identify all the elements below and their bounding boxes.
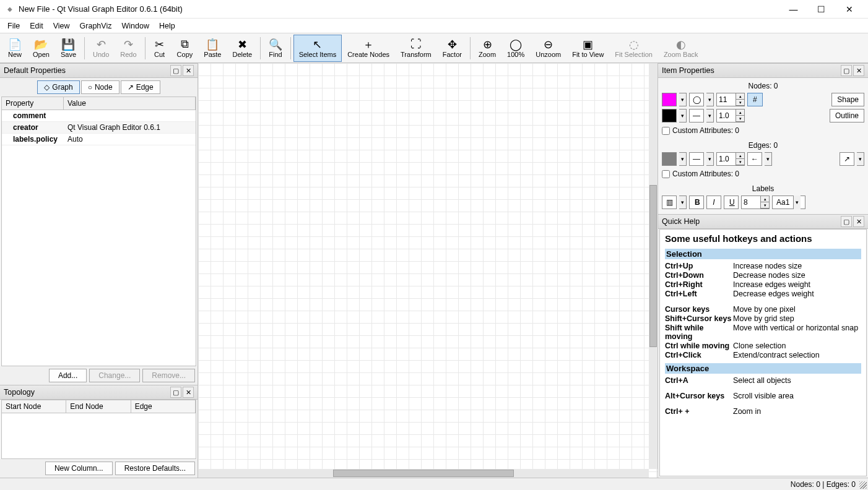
- item-properties-header[interactable]: Item Properties ▢ ✕: [658, 63, 868, 78]
- remove-button[interactable]: Remove...: [142, 369, 195, 382]
- spin-down-icon[interactable]: ▾: [736, 159, 744, 165]
- toolbar-zoom[interactable]: ⊕Zoom: [473, 35, 501, 62]
- quick-help-body[interactable]: Some useful hotkeys and actions Selectio…: [659, 229, 867, 476]
- resize-grip-icon[interactable]: [859, 481, 867, 489]
- float-icon[interactable]: ▢: [841, 216, 852, 227]
- topo-col-end-node[interactable]: End Node: [66, 400, 131, 413]
- edge-stroke-input[interactable]: ▴▾: [716, 152, 745, 166]
- vscroll-thumb[interactable]: [649, 185, 657, 347]
- toolbar-create-nodes[interactable]: ＋Create Nodes: [342, 35, 395, 62]
- close-button[interactable]: ✕: [835, 0, 863, 19]
- quick-help-header[interactable]: Quick Help ▢ ✕: [658, 214, 868, 229]
- toolbar-redo[interactable]: ↷Redo: [115, 35, 142, 62]
- dropdown-icon[interactable]: ▾: [706, 109, 714, 123]
- spin-up-icon[interactable]: ▴: [736, 110, 744, 116]
- property-row[interactable]: comment: [2, 110, 196, 122]
- label-size-input[interactable]: ▴▾: [741, 196, 770, 209]
- spin-up-icon[interactable]: ▴: [761, 196, 769, 202]
- topology-header[interactable]: Topology ▢ ✕: [0, 385, 197, 400]
- custom-attr-nodes-checkbox[interactable]: [662, 127, 670, 135]
- close-icon[interactable]: ✕: [853, 65, 864, 76]
- spin-down-icon[interactable]: ▾: [736, 100, 744, 106]
- dropdown-icon[interactable]: ▾: [706, 152, 714, 166]
- float-icon[interactable]: ▢: [170, 387, 181, 398]
- toolbar-fit[interactable]: ▣Fit to View: [566, 35, 609, 62]
- arrow-start-icon[interactable]: ←: [747, 152, 762, 166]
- spin-down-icon[interactable]: ▾: [761, 202, 769, 208]
- toolbar-cut[interactable]: ✂Cut: [148, 35, 171, 62]
- minimize-button[interactable]: —: [779, 0, 807, 19]
- tab-node[interactable]: ○Node: [81, 80, 119, 94]
- dropdown-icon[interactable]: ▾: [765, 152, 772, 166]
- restore-defaults-button[interactable]: Restore Defaults...: [115, 462, 195, 475]
- tab-graph[interactable]: ◇Graph: [37, 80, 79, 94]
- toolbar-zoom-back[interactable]: ◐Zoom Back: [658, 35, 704, 62]
- dropdown-icon[interactable]: ▾: [857, 152, 864, 166]
- spin-up-icon[interactable]: ▴: [736, 93, 744, 100]
- dropdown-icon[interactable]: ▾: [679, 196, 687, 209]
- arrow-end-icon[interactable]: ↗: [840, 152, 854, 166]
- toolbar-select-items[interactable]: ↖Select Items: [293, 35, 342, 62]
- edge-color-swatch[interactable]: [662, 152, 677, 166]
- node-fill-swatch[interactable]: [662, 93, 677, 106]
- property-row[interactable]: labels.policyAuto: [2, 134, 196, 145]
- custom-attr-edges-checkbox[interactable]: [662, 170, 670, 178]
- menu-edit[interactable]: Edit: [25, 20, 48, 32]
- menu-file[interactable]: File: [2, 20, 25, 32]
- property-row[interactable]: creatorQt Visual Graph Editor 0.6.1: [2, 122, 196, 134]
- spin-down-icon[interactable]: ▾: [736, 116, 744, 122]
- dropdown-icon[interactable]: ▾: [679, 109, 687, 123]
- default-properties-header[interactable]: Default Properties ▢ ✕: [0, 63, 197, 78]
- shape-button[interactable]: Shape: [831, 93, 864, 106]
- hscroll-thumb[interactable]: [333, 470, 513, 477]
- toolbar-zoom100[interactable]: ◯100%: [501, 35, 530, 62]
- toolbar-undo[interactable]: ↶Undo: [87, 35, 115, 62]
- change-button[interactable]: Change...: [89, 369, 140, 382]
- topo-col-start-node[interactable]: Start Node: [2, 400, 66, 413]
- menu-help[interactable]: Help: [154, 20, 180, 32]
- dropdown-icon[interactable]: ▾: [679, 93, 687, 106]
- toolbar-fit-sel[interactable]: ◌Fit Selection: [609, 35, 658, 62]
- float-icon[interactable]: ▢: [170, 65, 181, 76]
- tab-edge[interactable]: ↗Edge: [121, 80, 160, 94]
- toolbar-factor[interactable]: ✥Factor: [437, 35, 467, 62]
- col-property[interactable]: Property: [2, 97, 64, 110]
- dropdown-icon[interactable]: ▾: [679, 152, 687, 166]
- maximize-button[interactable]: ☐: [807, 0, 835, 19]
- bold-button[interactable]: B: [689, 196, 704, 209]
- menu-view[interactable]: View: [48, 20, 75, 32]
- float-icon[interactable]: ▢: [841, 65, 852, 76]
- node-stroke-input[interactable]: ▴▾: [716, 109, 745, 123]
- topo-col-edge[interactable]: Edge: [131, 400, 196, 413]
- menu-window[interactable]: Window: [116, 20, 154, 32]
- close-icon[interactable]: ✕: [183, 65, 194, 76]
- toolbar-save[interactable]: 💾Save: [55, 35, 82, 62]
- underline-button[interactable]: U: [724, 196, 739, 209]
- close-icon[interactable]: ✕: [183, 387, 194, 398]
- toolbar-find[interactable]: 🔍Find: [263, 35, 287, 62]
- line-style-icon[interactable]: —: [689, 109, 704, 123]
- toolbar-paste[interactable]: 📋Paste: [198, 35, 227, 62]
- outline-button[interactable]: Outline: [830, 109, 864, 123]
- graph-canvas[interactable]: [198, 63, 658, 478]
- node-stroke-swatch[interactable]: [662, 109, 677, 123]
- toolbar-open[interactable]: 📂Open: [27, 35, 55, 62]
- add-button[interactable]: Add...: [49, 369, 87, 382]
- toolbar-transform[interactable]: ⛶Transform: [395, 35, 437, 62]
- toolbar-unzoom[interactable]: ⊖Unzoom: [530, 35, 566, 62]
- toolbar-delete[interactable]: ✖Delete: [227, 35, 258, 62]
- toolbar-new[interactable]: 📄New: [2, 35, 27, 62]
- node-shape-icon[interactable]: ◯: [689, 93, 704, 106]
- dropdown-icon[interactable]: ▾: [706, 93, 714, 106]
- spin-up-icon[interactable]: ▴: [736, 153, 744, 159]
- close-icon[interactable]: ✕: [853, 216, 864, 227]
- new-column-button[interactable]: New Column...: [45, 462, 113, 475]
- hash-toggle[interactable]: #: [747, 93, 763, 106]
- node-size-input[interactable]: ▴▾: [716, 93, 745, 106]
- col-value[interactable]: Value: [64, 97, 196, 110]
- font-preview-dropdown[interactable]: Aa1▾: [772, 196, 805, 209]
- italic-button[interactable]: I: [706, 196, 721, 209]
- toolbar-copy[interactable]: ⧉Copy: [171, 35, 199, 62]
- label-color-swatch[interactable]: ▥: [662, 196, 677, 209]
- menu-graphviz[interactable]: GraphViz: [75, 20, 117, 32]
